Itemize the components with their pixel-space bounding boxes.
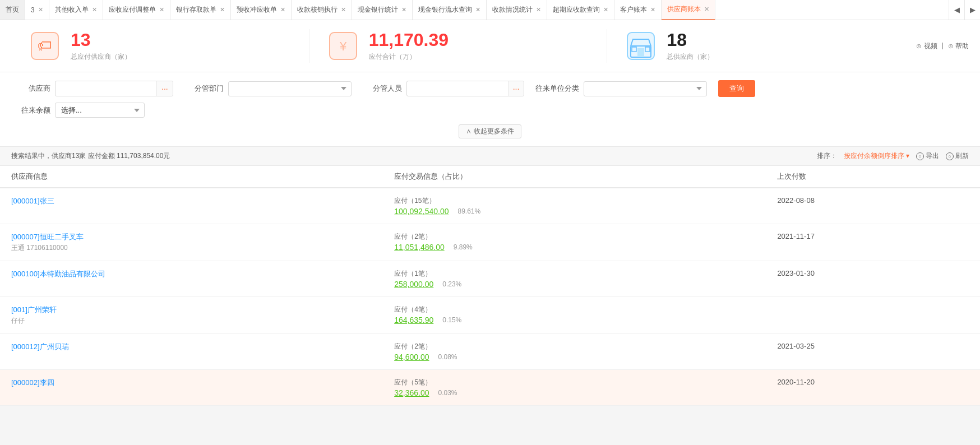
pay-info-cell: 应付（2笔） 94,600.00 0.08% [394,342,777,361]
nav-tab-close[interactable]: ✕ [38,6,43,13]
nav-tab-customer-account[interactable]: 客户账本✕ [614,0,662,20]
nav-tab-close[interactable]: ✕ [280,6,285,13]
balance-select[interactable]: 选择... [55,103,145,118]
svg-text:¥: ¥ [339,39,347,53]
nav-arrow-right[interactable]: ▶ [964,0,980,20]
nav-tab-close[interactable]: ✕ [159,6,164,13]
nav-arrow-left[interactable]: ◀ [949,0,964,20]
help-link[interactable]: ⊙ 帮助 [948,41,969,51]
nav-tab-label: 3 [31,6,35,14]
pay-info-cell: 应付（15笔） 100,092,540.00 89.61% [394,196,777,216]
manager-input-wrapper: ··· [406,81,525,96]
nav-tab-ap-adjustment[interactable]: 应收应付调整单✕ [103,0,170,20]
supplier-dots[interactable]: ··· [156,81,173,96]
nav-tab-close[interactable]: ✕ [341,6,346,13]
nav-tab-label: 客户账本 [620,5,647,15]
last-pay-cell: 2021-03-25 [777,342,969,350]
department-select[interactable] [228,81,352,96]
nav-tab-other-income[interactable]: 其他收入单✕ [49,0,103,20]
unit-category-select[interactable] [584,81,707,96]
table-body: [000001]张三 应付（15笔） 100,092,540.00 89.61%… [0,188,980,406]
supplier-sub: 仔仔 [11,316,394,326]
nav-tab-cash-bank-stat[interactable]: 现金银行统计✕ [352,0,413,20]
table-row: [000002]李四 应付（5笔） 32,366.00 0.03% 2020-1… [0,370,980,406]
last-pay-cell: 2023-01-30 [777,269,969,277]
supplier-label: 供应商 [11,84,50,94]
unit-category-field: 往来单位分类 [535,81,707,96]
card1-content: 13 总应付供应商（家） [71,30,131,62]
supplier-input[interactable] [56,82,156,96]
pay-row: 94,600.00 0.08% [394,353,777,361]
supplier-link[interactable]: [000012]广州贝瑞 [11,342,69,351]
search-row-1: 供应商 ··· 分管部门 分管人员 ··· 往来单位分类 [11,80,969,97]
table-row: [001]广州荣轩 仔仔 应付（4笔） 164,635.90 0.15% [0,297,980,334]
pay-label: 应付（5笔） [394,378,777,387]
last-pay-date: 2023-01-30 [777,269,815,277]
nav-tab-label: 首页 [6,5,19,15]
supplier-info-cell: [000100]本特勤油品有限公司 [11,269,394,279]
pay-amount-link[interactable]: 94,600.00 [394,353,429,361]
pay-amount-link[interactable]: 258,000.00 [394,280,433,289]
nav-tab-collection-verify[interactable]: 收款核销执行✕ [292,0,352,20]
nav-tab-cash-bank-flow[interactable]: 现金银行流水查询✕ [413,0,487,20]
export-button[interactable]: ○ 导出 [916,151,939,161]
nav-tab-home[interactable]: 首页 [0,0,25,20]
supplier-info-cell: [000001]张三 [11,196,394,206]
store-icon [624,29,658,63]
summary-card-total-payable: ¥ 11,170.39 应付合计（万） [309,29,607,63]
nav-tab-close[interactable]: ✕ [220,6,225,13]
video-link[interactable]: ⊙ 视频 [916,41,937,51]
nav-tab-close[interactable]: ✕ [704,6,709,13]
supplier-info-cell: [001]广州荣轩 仔仔 [11,305,394,326]
table-row: [000001]张三 应付（15笔） 100,092,540.00 89.61%… [0,188,980,224]
supplier-link[interactable]: [001]广州荣轩 [11,305,57,314]
nav-tab-label: 预收冲应收单 [237,5,277,15]
last-pay-date: 2020-11-20 [777,378,815,386]
nav-tab-close[interactable]: ✕ [401,6,406,13]
nav-tab-close[interactable]: ✕ [475,6,480,13]
nav-tab-label: 现金银行统计 [358,5,398,15]
results-info: 搜索结果中，供应商13家 应付金额 111,703,854.00元 [11,151,170,161]
nav-tab-close[interactable]: ✕ [536,6,541,13]
manager-dots[interactable]: ··· [508,81,524,96]
last-pay-cell: 2022-08-08 [777,196,969,205]
nav-tab-prepay-collection[interactable]: 预收冲应收单✕ [231,0,292,20]
pay-percent: 9.89% [454,243,473,251]
query-button[interactable]: 查询 [718,80,755,97]
search-row-2: 往来余额 选择... [11,103,969,118]
nav-tab-bank-deposit[interactable]: 银行存取款单✕ [170,0,231,20]
nav-tab-supplier-account[interactable]: 供应商账本✕ [662,0,715,20]
nav-tab-close[interactable]: ✕ [650,6,655,13]
supplier-link[interactable]: [000007]恒旺二手叉车 [11,233,84,241]
nav-tab-close[interactable]: ✕ [92,6,97,13]
department-label: 分管部门 [184,84,224,94]
nav-tab-label: 其他收入单 [55,5,89,15]
pay-row: 32,366.00 0.03% [394,388,777,397]
pay-label: 应付（1笔） [394,269,777,279]
manager-input[interactable] [407,82,508,96]
collapse-button[interactable]: ∧ 收起更多条件 [459,124,521,138]
manager-field: 分管人员 ··· [363,81,525,96]
sort-label: 排序： [817,151,837,161]
supplier-link[interactable]: [000002]李四 [11,378,54,387]
pay-percent: 89.61% [458,207,481,215]
nav-tab-collection-stat[interactable]: 收款情况统计✕ [487,0,547,20]
pay-amount-link[interactable]: 100,092,540.00 [394,207,449,216]
nav-tab-t3[interactable]: 3✕ [25,0,49,20]
header-last-pay: 上次付数 [777,171,969,182]
sort-select[interactable]: 按应付余额倒序排序 ▾ [844,151,909,161]
supplier-link[interactable]: [000001]张三 [11,197,54,205]
supplier-link[interactable]: [000100]本特勤油品有限公司 [11,270,105,278]
nav-tab-overdue-query[interactable]: 超期应收款查询✕ [547,0,614,20]
pay-percent: 0.23% [442,280,461,288]
pay-label: 应付（15笔） [394,196,777,206]
pay-amount-link[interactable]: 164,635.90 [394,316,433,325]
pay-row: 164,635.90 0.15% [394,316,777,325]
pay-info-cell: 应付（1笔） 258,000.00 0.23% [394,269,777,289]
pay-amount-link[interactable]: 11,051,486.00 [394,243,445,252]
nav-tab-close[interactable]: ✕ [603,6,608,13]
refresh-button[interactable]: ○ 刷新 [946,151,969,161]
pay-amount-link[interactable]: 32,366.00 [394,388,429,397]
supplier-field: 供应商 ··· [11,81,173,96]
card2-number: 11,170.39 [369,30,449,50]
